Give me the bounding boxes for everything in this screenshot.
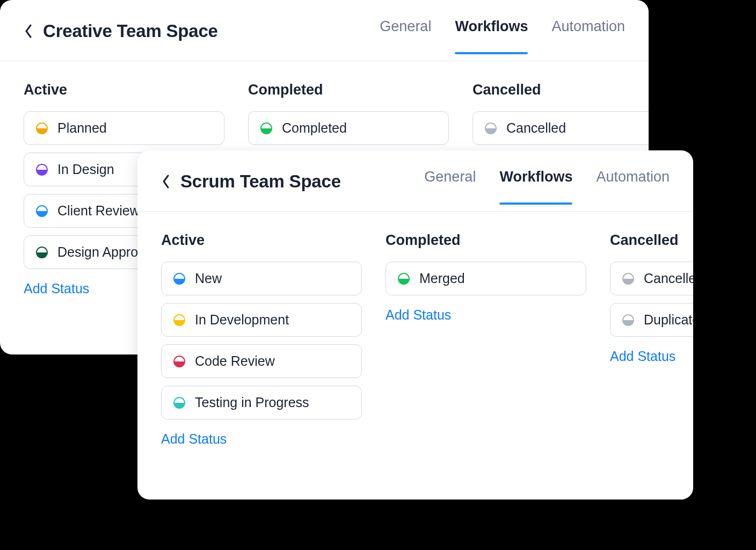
column-title: Active xyxy=(24,82,224,98)
status-label: Cancelled xyxy=(644,271,693,286)
tab-general[interactable]: General xyxy=(424,169,476,194)
panel-scrum: Scrum Team Space General Workflows Autom… xyxy=(137,150,693,500)
status-item[interactable]: Duplicate xyxy=(610,303,693,337)
status-item[interactable]: Code Review xyxy=(161,344,362,378)
panel-header: Creative Team Space General Workflows Au… xyxy=(0,0,649,51)
column-title: Completed xyxy=(386,232,586,249)
column-completed: Completed Merged Add Status xyxy=(386,232,586,447)
add-status-button[interactable]: Add Status xyxy=(161,431,362,447)
status-label: Client Review xyxy=(57,203,140,219)
status-label: Testing in Progress xyxy=(195,395,309,410)
status-item[interactable]: Cancelled xyxy=(473,111,649,145)
status-list: Merged xyxy=(386,262,586,295)
status-item[interactable]: Testing in Progress xyxy=(161,386,362,419)
tab-workflows[interactable]: Workflows xyxy=(499,169,572,194)
status-dot-icon xyxy=(36,205,48,217)
add-status-button[interactable]: Add Status xyxy=(610,349,693,364)
status-label: Code Review xyxy=(195,353,275,369)
page-title: Creative Team Space xyxy=(43,21,218,41)
tabs: General Workflows Automation xyxy=(380,18,625,44)
status-dot-icon xyxy=(36,247,48,258)
status-dot-icon xyxy=(36,164,48,176)
column-cancelled: Cancelled Cancelled Duplicate Add Status xyxy=(610,232,693,447)
status-dot-icon xyxy=(173,356,185,367)
status-label: In Design xyxy=(57,162,114,177)
column-active: Active New In Development Code Review xyxy=(161,232,362,447)
status-item[interactable]: Merged xyxy=(386,262,586,295)
status-label: Planned xyxy=(57,120,107,136)
tabs: General Workflows Automation xyxy=(424,169,670,194)
status-label: New xyxy=(195,271,222,286)
status-item[interactable]: Planned xyxy=(24,111,224,145)
status-dot-icon xyxy=(622,314,634,326)
status-label: Duplicate xyxy=(644,312,693,328)
status-dot-icon xyxy=(173,273,185,285)
status-dot-icon xyxy=(36,122,48,134)
status-dot-icon xyxy=(173,314,185,326)
back-icon[interactable] xyxy=(24,24,33,39)
status-list: Completed xyxy=(248,111,449,145)
status-item[interactable]: Completed xyxy=(248,111,449,145)
status-list: Cancelled Duplicate xyxy=(610,262,693,337)
status-item[interactable]: In Development xyxy=(161,303,362,337)
status-label: Cancelled xyxy=(506,120,566,136)
status-item[interactable]: Cancelled xyxy=(610,262,693,295)
status-item[interactable]: New xyxy=(161,262,362,295)
status-dot-icon xyxy=(260,122,272,134)
tab-workflows[interactable]: Workflows xyxy=(455,18,528,44)
status-dot-icon xyxy=(173,397,185,409)
status-dot-icon xyxy=(485,122,497,134)
add-status-button[interactable]: Add Status xyxy=(386,307,586,323)
tab-automation[interactable]: Automation xyxy=(596,169,670,194)
panel-header: Scrum Team Space General Workflows Autom… xyxy=(137,150,693,201)
status-label: Completed xyxy=(282,120,347,136)
tab-automation[interactable]: Automation xyxy=(551,18,625,44)
column-title: Completed xyxy=(248,82,449,98)
status-list: New In Development Code Review Testing i… xyxy=(161,262,362,419)
status-list: Cancelled xyxy=(473,111,649,145)
column-title: Cancelled xyxy=(610,232,693,249)
status-label: In Development xyxy=(195,312,289,328)
page-title: Scrum Team Space xyxy=(180,171,341,192)
status-dot-icon xyxy=(398,273,410,285)
column-title: Cancelled xyxy=(473,82,649,98)
status-label: Merged xyxy=(419,271,465,286)
tab-general[interactable]: General xyxy=(380,18,431,44)
status-dot-icon xyxy=(622,273,634,285)
back-icon[interactable] xyxy=(161,174,171,189)
workflow-columns: Active New In Development Code Review xyxy=(137,212,693,458)
column-title: Active xyxy=(161,232,362,249)
